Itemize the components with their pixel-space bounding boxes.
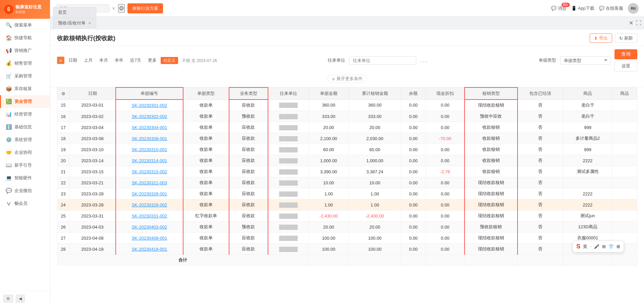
sidebar-item-marketing[interactable]: 📢 营销推广 bbox=[0, 44, 50, 57]
sidebar-item-enterprise[interactable]: 🤝 企业协同 bbox=[0, 146, 50, 159]
more-dates-btn[interactable]: 更多 bbox=[145, 57, 159, 64]
last-month-btn[interactable]: 上月 bbox=[81, 57, 95, 64]
cell-amount: 3,390.00 bbox=[309, 166, 349, 177]
expand-more-button[interactable]: ∨ 展开更多条件 bbox=[327, 75, 367, 83]
sidebar-item-system[interactable]: ⚙️ 系统管理 bbox=[0, 133, 50, 146]
sidebar-item-search[interactable]: 🔍 搜索菜单 bbox=[0, 19, 50, 32]
collapse-button[interactable]: ◀ bbox=[16, 295, 25, 303]
cell-code[interactable]: SK-20230328-001 bbox=[116, 188, 183, 199]
sidebar-item-wechat[interactable]: 💬 企业微信 bbox=[0, 184, 50, 197]
tab-prepay[interactable]: 预收/应收付单✕ bbox=[53, 18, 96, 28]
grid-icon[interactable]: ⊞ bbox=[602, 244, 606, 249]
this-month-btn[interactable]: 本月 bbox=[97, 57, 111, 64]
solution-button[interactable]: 体验行业方案 bbox=[127, 3, 163, 13]
sidebar-item-finance[interactable]: 💹 资金管理 bbox=[0, 95, 50, 108]
receipt-type-select[interactable]: 单据类型 bbox=[560, 56, 610, 65]
cell-goods2 bbox=[612, 133, 637, 144]
settings-bottom-button[interactable]: ⚙ bbox=[3, 295, 13, 303]
logo-text: 畅康道好生意 标推版 bbox=[15, 4, 42, 14]
sidebar-item-hardware[interactable]: 💻 智能硬件 bbox=[0, 172, 50, 184]
microphone-icon[interactable]: 🎤 bbox=[594, 244, 599, 249]
filter-expand-button[interactable]: » bbox=[57, 57, 64, 64]
cell-code[interactable]: SK-20230315-002 bbox=[116, 166, 183, 177]
refresh-button[interactable]: ↻ 刷新 bbox=[615, 34, 637, 43]
cell-code[interactable]: SK-20230331-002 bbox=[116, 210, 183, 222]
message-button[interactable]: 💬 消息 99+ bbox=[551, 5, 567, 11]
cell-code[interactable]: SK-20230301-002 bbox=[116, 100, 183, 111]
sidebar-item-guide[interactable]: 📖 新手引导 bbox=[0, 159, 50, 172]
cell-cancel-amount: 60.00 bbox=[349, 144, 401, 155]
cell-no: 20 bbox=[57, 155, 69, 166]
cell-balance: 0.00 bbox=[401, 210, 426, 222]
cell-cancel-amount: 3,387.24 bbox=[349, 166, 401, 177]
cell-cancel-type: 收款核销 bbox=[465, 144, 517, 155]
shirt-icon[interactable]: 👕 bbox=[608, 244, 614, 249]
sidebar-item-label: 智能硬件 bbox=[14, 175, 32, 181]
col-settings[interactable]: ⚙ bbox=[57, 87, 69, 100]
fullscreen-button[interactable]: ⛶ bbox=[636, 20, 641, 26]
cell-goods2 bbox=[612, 210, 637, 222]
total-amount bbox=[309, 255, 349, 266]
cell-cancel-type: 收款核销 bbox=[465, 122, 517, 133]
table-row: 18 2023-03-08 SK-20230308-001 收款单 应收款 ██… bbox=[57, 133, 637, 144]
col-goods2: 商品 bbox=[612, 87, 637, 100]
sidebar-item-member[interactable]: V 畅会员 bbox=[0, 197, 50, 210]
cell-cancel-amount: 100.00 bbox=[349, 244, 401, 255]
cell-code[interactable]: SK-20230321-003 bbox=[116, 177, 183, 188]
cell-balance: 0.00 bbox=[401, 122, 426, 133]
close-all-tabs-button[interactable]: ✕ bbox=[629, 20, 633, 26]
cell-code[interactable]: SK-20230310-001 bbox=[116, 144, 183, 155]
cell-code[interactable]: SK-20230408-001 bbox=[116, 233, 183, 244]
sidebar-item-sales[interactable]: 💰 销售管理 bbox=[0, 57, 50, 70]
settings-button[interactable]: 设置 bbox=[614, 61, 637, 71]
cell-include-settled: 否 bbox=[518, 144, 563, 155]
query-button[interactable]: 查询 bbox=[614, 49, 637, 59]
app-download-link[interactable]: 📱 App下载 bbox=[571, 5, 594, 11]
sidebar-item-purchase[interactable]: 🛒 采购管理 bbox=[0, 70, 50, 82]
cell-cancel-type: 现结收款核销 bbox=[465, 210, 517, 222]
partner-filter-input[interactable] bbox=[349, 56, 416, 65]
cell-include-settled: 否 bbox=[518, 155, 563, 166]
cell-amount: 100.00 bbox=[309, 233, 349, 244]
sidebar-item-shortcut[interactable]: 🏠 快捷导航 bbox=[0, 32, 50, 44]
cell-amount: 100.00 bbox=[309, 244, 349, 255]
this-year-btn[interactable]: 本年 bbox=[112, 57, 126, 64]
cell-receipt-type: 收款单 bbox=[183, 244, 229, 255]
online-service-link[interactable]: 💬 在线客服 bbox=[599, 5, 623, 11]
cell-code[interactable]: SK-20230418-001 bbox=[116, 244, 183, 255]
cell-balance: 0.00 bbox=[401, 133, 426, 144]
cell-no: 15 bbox=[57, 100, 69, 111]
custom-date-btn[interactable]: 自定义 bbox=[161, 57, 178, 64]
cell-include-settled: 否 bbox=[518, 122, 563, 133]
cell-include-settled: 否 bbox=[518, 111, 563, 122]
page-header-actions: ⬆ 导出 ↻ 刷新 bbox=[590, 34, 637, 43]
extra-icon[interactable]: ⊞ bbox=[616, 244, 620, 249]
cell-amount: 1.00 bbox=[309, 188, 349, 199]
col-amount: 单据金额 bbox=[309, 87, 349, 100]
avatar[interactable]: Rit bbox=[628, 3, 639, 14]
tab-bar: 首页预收/应收付单✕收款核销执行✕ ✕ ⛶ bbox=[50, 17, 644, 29]
cell-code[interactable]: SK-20230328-002 bbox=[116, 199, 183, 210]
sidebar-item-inventory[interactable]: 📦 库存核算 bbox=[0, 82, 50, 95]
cell-include-settled: 否 bbox=[518, 244, 563, 255]
tab-close-icon[interactable]: ✕ bbox=[88, 21, 91, 25]
gear-icon[interactable]: ⚙ bbox=[118, 4, 125, 13]
sidebar-item-operations[interactable]: 📊 经营管理 bbox=[0, 108, 50, 121]
total-goods bbox=[563, 255, 612, 266]
cell-include-settled: 否 bbox=[518, 100, 563, 111]
col-settings-icon[interactable]: ⚙ bbox=[61, 91, 65, 96]
cell-code[interactable]: SK-20230304-001 bbox=[116, 122, 183, 133]
cell-code[interactable]: SK-20230403-002 bbox=[116, 222, 183, 233]
cell-biz-type: 应收款 bbox=[229, 244, 268, 255]
cell-cancel-type: 收款核销 bbox=[465, 133, 517, 144]
export-button[interactable]: ⬆ 导出 bbox=[590, 34, 612, 43]
cell-amount: 1,000.00 bbox=[309, 155, 349, 166]
sidebar-item-basic[interactable]: ℹ️ 基础信息 bbox=[0, 121, 50, 133]
tab-home[interactable]: 首页 bbox=[53, 7, 96, 18]
cell-receipt-type: 收款单 bbox=[183, 233, 229, 244]
cell-code[interactable]: SK-20230314-001 bbox=[116, 155, 183, 166]
cell-code[interactable]: SK-20230302-002 bbox=[116, 111, 183, 122]
last-7days-btn[interactable]: 近7天 bbox=[127, 57, 144, 64]
cell-code[interactable]: SK-20230308-001 bbox=[116, 133, 183, 144]
cell-goods: 2222 bbox=[563, 199, 612, 210]
